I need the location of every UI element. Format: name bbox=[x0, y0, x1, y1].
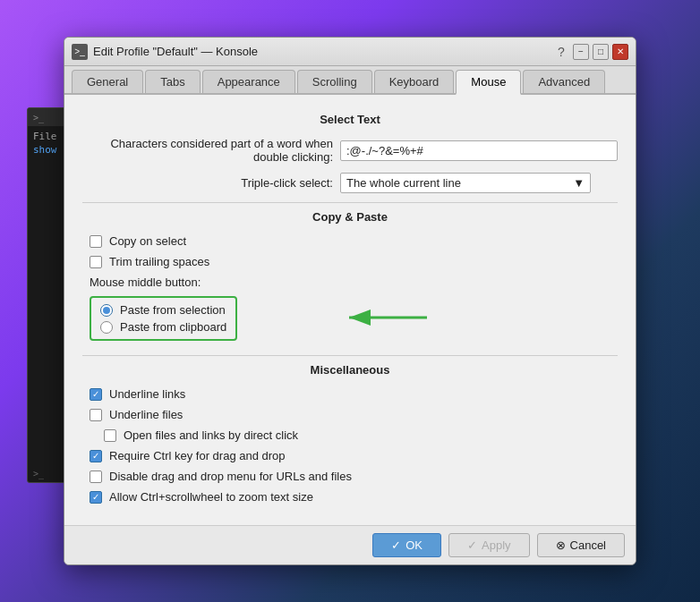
apply-checkmark-icon: ✓ bbox=[467, 538, 477, 552]
tab-bar: General Tabs Appearance Scrolling Keyboa… bbox=[64, 66, 636, 95]
paste-clipboard-row: Paste from clipboard bbox=[100, 320, 226, 334]
open-files-checkbox[interactable] bbox=[104, 429, 116, 442]
trim-trailing-row: Trim trailing spaces bbox=[82, 255, 618, 268]
copy-on-select-label: Copy on select bbox=[109, 234, 186, 248]
triple-click-label: Triple-click select: bbox=[82, 176, 333, 190]
open-files-label: Open files and links by direct click bbox=[124, 428, 298, 442]
dialog: >_ Edit Profile "Default" — Konsole ? − … bbox=[64, 37, 636, 565]
tab-scrolling[interactable]: Scrolling bbox=[297, 70, 372, 93]
apply-label: Apply bbox=[482, 538, 511, 552]
ok-checkmark-icon: ✓ bbox=[391, 538, 401, 552]
divider-1 bbox=[82, 202, 618, 203]
cancel-button[interactable]: ⊗ Cancel bbox=[537, 533, 625, 557]
mouse-middle-label: Mouse middle button: bbox=[82, 276, 618, 289]
open-files-row: Open files and links by direct click bbox=[82, 428, 618, 442]
radio-group-wrapper: Paste from selection Paste from clipboar… bbox=[82, 293, 618, 348]
paste-from-clipboard-radio[interactable] bbox=[100, 321, 113, 334]
underline-links-label: Underline links bbox=[109, 387, 185, 401]
disable-drag-label: Disable drag and drop menu for URLs and … bbox=[109, 470, 352, 483]
mouse-middle-radio-group: Paste from selection Paste from clipboar… bbox=[90, 296, 237, 341]
cancel-icon: ⊗ bbox=[556, 538, 566, 552]
tab-general[interactable]: General bbox=[72, 70, 143, 93]
copy-on-select-row: Copy on select bbox=[82, 234, 618, 248]
chars-label: Characters considered part of a word whe… bbox=[82, 137, 333, 164]
minimize-button[interactable]: − bbox=[573, 44, 589, 60]
title-bar: >_ Edit Profile "Default" — Konsole ? − … bbox=[64, 38, 636, 66]
chars-row: Characters considered part of a word whe… bbox=[82, 137, 618, 164]
bottom-bar: ✓ OK ✓ Apply ⊗ Cancel bbox=[64, 525, 636, 564]
divider-2 bbox=[82, 355, 618, 356]
triple-click-row: Triple-click select: The whole current l… bbox=[82, 173, 618, 193]
maximize-button[interactable]: □ bbox=[593, 44, 609, 60]
allow-ctrl-scroll-checkbox[interactable] bbox=[90, 491, 102, 504]
underline-files-row: Underline files bbox=[82, 408, 618, 421]
dialog-body: Select Text Characters considered part o… bbox=[64, 95, 636, 525]
green-arrow-icon bbox=[342, 300, 431, 335]
tab-advanced[interactable]: Advanced bbox=[523, 70, 605, 93]
cancel-label: Cancel bbox=[570, 538, 606, 552]
copy-paste-header: Copy & Paste bbox=[82, 210, 618, 224]
paste-from-selection-label: Paste from selection bbox=[120, 303, 226, 317]
copy-on-select-checkbox[interactable] bbox=[90, 235, 102, 248]
terminal-arrow: >_ bbox=[33, 469, 44, 479]
triple-click-value: The whole current line bbox=[346, 176, 461, 190]
triple-click-select[interactable]: The whole current line ▼ bbox=[340, 173, 591, 193]
ok-label: OK bbox=[405, 538, 423, 552]
require-ctrl-row: Require Ctrl key for drag and drop bbox=[82, 449, 618, 462]
allow-ctrl-scroll-row: Allow Ctrl+scrollwheel to zoom text size bbox=[82, 490, 618, 504]
select-text-header: Select Text bbox=[82, 113, 618, 126]
allow-ctrl-scroll-label: Allow Ctrl+scrollwheel to zoom text size bbox=[109, 490, 313, 504]
underline-files-label: Underline files bbox=[109, 408, 183, 421]
trim-trailing-label: Trim trailing spaces bbox=[109, 255, 209, 268]
require-ctrl-label: Require Ctrl key for drag and drop bbox=[109, 449, 286, 462]
trim-trailing-checkbox[interactable] bbox=[90, 256, 102, 268]
title-bar-left: >_ Edit Profile "Default" — Konsole bbox=[72, 44, 258, 60]
paste-from-clipboard-label: Paste from clipboard bbox=[120, 320, 226, 334]
triple-click-chevron: ▼ bbox=[573, 176, 585, 190]
ok-button[interactable]: ✓ OK bbox=[372, 533, 441, 557]
apply-button[interactable]: ✓ Apply bbox=[448, 533, 530, 557]
konsole-icon: >_ bbox=[72, 44, 88, 60]
disable-drag-row: Disable drag and drop menu for URLs and … bbox=[82, 470, 618, 483]
help-button[interactable]: ? bbox=[553, 44, 569, 60]
underline-links-row: Underline links bbox=[82, 387, 618, 401]
disable-drag-checkbox[interactable] bbox=[90, 471, 102, 483]
close-button[interactable]: ✕ bbox=[612, 44, 628, 60]
tab-tabs[interactable]: Tabs bbox=[145, 70, 200, 93]
paste-from-selection-radio[interactable] bbox=[100, 304, 113, 317]
tab-mouse[interactable]: Mouse bbox=[456, 70, 521, 95]
tab-appearance[interactable]: Appearance bbox=[202, 70, 295, 93]
require-ctrl-checkbox[interactable] bbox=[90, 450, 102, 462]
underline-links-checkbox[interactable] bbox=[90, 388, 102, 401]
tab-keyboard[interactable]: Keyboard bbox=[374, 70, 455, 93]
miscellaneous-header: Miscellaneous bbox=[82, 363, 618, 377]
underline-files-checkbox[interactable] bbox=[90, 409, 102, 421]
window-title: Edit Profile "Default" — Konsole bbox=[93, 45, 258, 58]
chars-input[interactable] bbox=[340, 140, 618, 161]
paste-selection-row: Paste from selection bbox=[100, 303, 226, 317]
title-bar-controls: ? − □ ✕ bbox=[553, 44, 628, 60]
terminal-prompt-icon: >_ bbox=[33, 113, 44, 123]
